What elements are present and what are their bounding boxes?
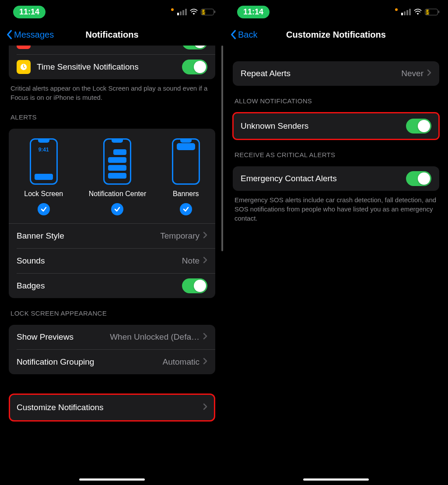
badges-label: Badges <box>17 281 182 291</box>
alert-option-notification-center[interactable]: Notification Center <box>89 138 147 215</box>
status-bar: 11:14 18 <box>0 0 224 24</box>
checkmark-icon <box>38 203 50 215</box>
row-sounds[interactable]: Sounds Note <box>9 249 215 273</box>
notification-center-label: Notification Center <box>89 190 147 198</box>
back-label: Back <box>238 30 257 40</box>
status-bar: 11:14 18 <box>224 0 448 24</box>
unknown-senders-toggle[interactable] <box>406 119 431 134</box>
repeat-value: Never <box>401 69 424 78</box>
alert-icon <box>17 46 31 49</box>
scrollbar[interactable] <box>221 46 223 485</box>
critical-alerts-toggle[interactable] <box>182 46 207 49</box>
chevron-right-icon <box>203 358 207 366</box>
clock-icon <box>17 60 31 74</box>
show-previews-label: Show Previews <box>17 332 110 342</box>
chevron-right-icon <box>203 232 207 240</box>
wifi-icon <box>189 8 198 15</box>
row-grouping[interactable]: Notification Grouping Automatic <box>9 350 215 374</box>
sounds-value: Note <box>182 256 200 266</box>
alert-option-lock-screen[interactable]: 9:41 Lock Screen <box>24 138 63 215</box>
row-badges[interactable]: Badges <box>9 274 215 298</box>
critical-header: RECEIVE AS CRITICAL ALERTS <box>233 140 439 162</box>
home-indicator[interactable] <box>303 478 369 481</box>
banner-style-label: Banner Style <box>17 231 160 241</box>
time-sensitive-toggle[interactable] <box>182 60 207 74</box>
lock-screen-icon: 9:41 <box>30 138 58 185</box>
notification-center-icon <box>103 138 131 185</box>
row-repeat-alerts[interactable]: Repeat Alerts Never <box>233 61 439 86</box>
page-title: Customize Notifications <box>224 30 448 40</box>
critical-alerts-label: Critical Alerts <box>37 46 182 47</box>
alert-option-banners[interactable]: Banners <box>172 138 200 215</box>
screen-notifications: 11:14 18 Messages Notifications Critical… <box>0 0 224 485</box>
battery-icon: 18 <box>201 9 215 15</box>
group-lockscreen: Show Previews When Unlocked (Defa… Notif… <box>9 325 215 374</box>
group-alerts: 9:41 Lock Screen Notification Center Ban… <box>9 129 215 298</box>
group-unknown: Unknown Senders <box>233 112 439 140</box>
chevron-right-icon <box>203 333 207 341</box>
row-customize-notifications[interactable]: Customize Notifications <box>9 394 215 422</box>
chevron-left-icon <box>6 30 12 39</box>
content-area: Critical Alerts Time Sensitive Notificat… <box>0 46 224 485</box>
sounds-label: Sounds <box>17 256 182 266</box>
checkmark-icon <box>180 203 192 215</box>
chevron-right-icon <box>203 257 207 265</box>
row-banner-style[interactable]: Banner Style Temporary <box>9 224 215 248</box>
back-button[interactable]: Back <box>230 30 257 40</box>
banners-icon <box>172 138 200 185</box>
cellular-icon <box>177 9 187 15</box>
back-button[interactable]: Messages <box>6 30 54 40</box>
emergency-toggle[interactable] <box>406 171 431 186</box>
emergency-footer: Emergency SOS alerts include car crash d… <box>233 191 439 223</box>
chevron-right-icon <box>203 403 207 412</box>
banner-style-value: Temporary <box>160 231 200 241</box>
lock-screen-label: Lock Screen <box>24 190 63 198</box>
customize-label: Customize Notifications <box>17 403 203 412</box>
group-emergency: Emergency Contact Alerts <box>233 166 439 191</box>
allow-header: ALLOW NOTIFICATIONS <box>233 86 439 108</box>
time-sensitive-label: Time Sensitive Notifications <box>37 62 182 72</box>
row-show-previews[interactable]: Show Previews When Unlocked (Defa… <box>9 325 215 349</box>
repeat-label: Repeat Alerts <box>241 69 401 78</box>
row-unknown-senders[interactable]: Unknown Senders <box>233 112 439 140</box>
wifi-icon <box>413 8 422 15</box>
checkmark-icon <box>111 203 123 215</box>
privacy-dot-icon <box>171 8 174 11</box>
nav-bar: Back Customize Notifications <box>224 24 448 46</box>
back-label: Messages <box>14 30 54 40</box>
emergency-label: Emergency Contact Alerts <box>241 174 406 183</box>
group-repeat: Repeat Alerts Never <box>233 61 439 86</box>
content-area: Repeat Alerts Never ALLOW NOTIFICATIONS … <box>224 46 448 485</box>
alerts-header: ALERTS <box>9 102 215 124</box>
lockscreen-header: LOCK SCREEN APPEARANCE <box>9 298 215 320</box>
chevron-right-icon <box>427 69 431 78</box>
screen-customize: 11:14 18 Back Customize Notifications Re… <box>224 0 448 485</box>
grouping-value: Automatic <box>163 357 200 367</box>
home-indicator[interactable] <box>79 478 145 481</box>
status-time: 11:14 <box>237 6 270 18</box>
row-emergency-alerts[interactable]: Emergency Contact Alerts <box>233 166 439 191</box>
nav-bar: Messages Notifications <box>0 24 224 46</box>
grouping-label: Notification Grouping <box>17 357 163 367</box>
row-time-sensitive[interactable]: Time Sensitive Notifications <box>9 55 215 79</box>
banners-label: Banners <box>173 190 199 198</box>
status-time: 11:14 <box>13 6 46 18</box>
privacy-dot-icon <box>395 8 398 11</box>
unknown-label: Unknown Senders <box>241 121 406 131</box>
group-critical: Critical Alerts Time Sensitive Notificat… <box>9 46 215 79</box>
chevron-left-icon <box>230 30 236 39</box>
show-previews-value: When Unlocked (Defa… <box>110 332 200 342</box>
group-customize: Customize Notifications <box>9 394 215 422</box>
row-critical-alerts[interactable]: Critical Alerts <box>9 46 215 54</box>
critical-footer: Critical alerts appear on the Lock Scree… <box>9 79 215 102</box>
battery-icon: 18 <box>425 9 439 15</box>
badges-toggle[interactable] <box>182 278 207 293</box>
cellular-icon <box>401 9 411 15</box>
